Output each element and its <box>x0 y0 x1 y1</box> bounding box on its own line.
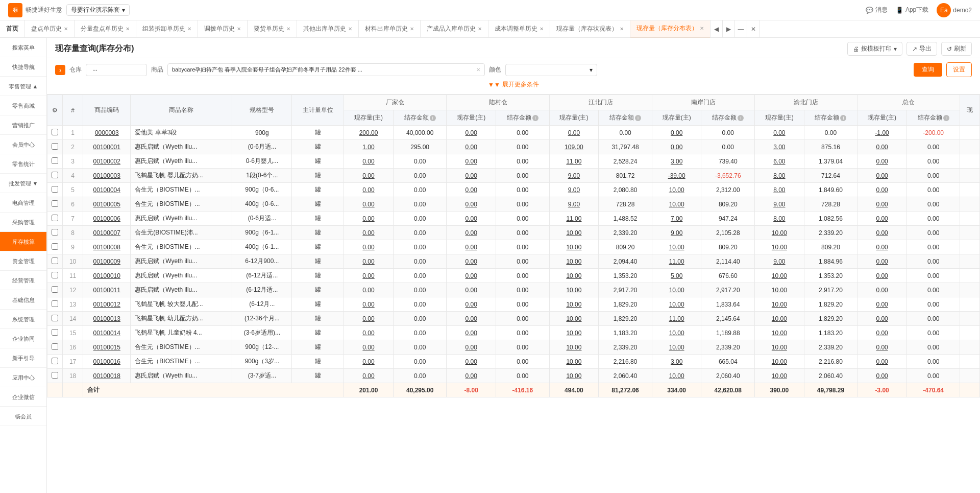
cell-cgc-qty[interactable]: 0.00 <box>344 269 394 283</box>
cell-cgc-qty[interactable]: 1.00 <box>344 140 394 154</box>
cell-code[interactable]: 00100013 <box>83 312 131 326</box>
cell-ybmd-qty[interactable]: 10.00 <box>755 326 804 340</box>
sidebar-item-retail-mgmt[interactable]: 零售管理 ▲ <box>0 77 46 96</box>
tab-branch-close[interactable]: ✕ <box>126 26 130 32</box>
row-checkbox[interactable] <box>52 358 58 364</box>
cell-cgc-qty[interactable]: 0.00 <box>344 326 394 340</box>
cell-namd-qty[interactable]: 5.00 <box>652 269 701 283</box>
cell-ybmd-qty[interactable]: 10.00 <box>755 297 804 312</box>
cell-lcc-qty[interactable]: 0.00 <box>447 369 496 383</box>
cell-namd-qty[interactable]: 3.00 <box>652 154 701 169</box>
cell-jbmd-qty[interactable]: 10.00 <box>549 283 599 297</box>
sidebar-item-purchase[interactable]: 采购管理 <box>0 213 46 232</box>
cell-namd-qty[interactable]: 7.00 <box>652 212 701 226</box>
row-checkbox[interactable] <box>52 257 58 264</box>
cell-ybmd-qty[interactable]: 8.00 <box>755 212 804 226</box>
cell-lcc-qty[interactable]: 0.00 <box>447 140 496 154</box>
cell-namd-qty[interactable]: 0.00 <box>652 140 701 154</box>
cell-cgc-qty[interactable]: 0.00 <box>344 154 394 169</box>
cell-jbmd-qty[interactable]: 109.00 <box>549 140 599 154</box>
tab-stock-dist[interactable]: 现存量（库存分布表） ✕ <box>630 20 710 38</box>
cell-lcc-qty[interactable]: 0.00 <box>447 269 496 283</box>
row-checkbox[interactable] <box>52 143 58 150</box>
refresh-btn[interactable]: ↺ 刷新 <box>941 42 972 56</box>
cell-ybmd-qty[interactable]: 10.00 <box>755 312 804 326</box>
cell-ybmd-qty[interactable]: 10.00 <box>755 240 804 254</box>
cell-lcc-qty[interactable]: 0.00 <box>447 240 496 254</box>
cell-ybmd-qty[interactable]: 0.00 <box>755 126 804 140</box>
cell-jbmd-qty[interactable]: 10.00 <box>549 326 599 340</box>
cell-ybmd-qty[interactable]: 10.00 <box>755 283 804 297</box>
tab-close-all-btn[interactable]: ✕ <box>747 20 760 38</box>
cell-cgc-qty[interactable]: 0.00 <box>344 226 394 240</box>
cell-namd-qty[interactable]: -39.00 <box>652 169 701 183</box>
cell-total-qty[interactable]: 0.00 <box>857 254 907 269</box>
cell-checkbox[interactable] <box>47 169 63 183</box>
cell-ybmd-qty[interactable]: 8.00 <box>755 169 804 183</box>
cell-code[interactable]: 00100010 <box>83 269 131 283</box>
cell-total-qty[interactable]: 0.00 <box>857 169 907 183</box>
sidebar-item-search-hero[interactable]: 搜索英单 <box>0 38 46 57</box>
cell-total-qty[interactable]: 0.00 <box>857 283 907 297</box>
cell-total-qty[interactable]: 0.00 <box>857 226 907 240</box>
cell-ybmd-qty[interactable]: 10.00 <box>755 340 804 355</box>
cell-namd-qty[interactable]: 10.00 <box>652 340 701 355</box>
cell-jbmd-qty[interactable]: 10.00 <box>549 297 599 312</box>
sidebar-item-retail-stats[interactable]: 零售统计 <box>0 154 46 174</box>
cell-lcc-qty[interactable]: 0.00 <box>447 283 496 297</box>
cell-jbmd-qty[interactable]: 10.00 <box>549 340 599 355</box>
cell-cgc-qty[interactable]: 0.00 <box>344 355 394 369</box>
cell-total-qty[interactable]: -1.00 <box>857 126 907 140</box>
sidebar-item-ecommerce[interactable]: 电商管理 <box>0 193 46 213</box>
cell-namd-qty[interactable]: 10.00 <box>652 369 701 383</box>
cell-code[interactable]: 00100011 <box>83 283 131 297</box>
cell-jbmd-qty[interactable]: 9.00 <box>549 183 599 197</box>
cell-checkbox[interactable] <box>47 240 63 254</box>
row-checkbox[interactable] <box>52 186 58 193</box>
sidebar-item-sys-mgmt[interactable]: 系统管理 <box>0 310 46 329</box>
cell-checkbox[interactable] <box>47 197 63 212</box>
color-select[interactable]: ▾ <box>505 64 597 76</box>
tab-assemble[interactable]: 组装拆卸单历史 ✕ <box>136 20 198 38</box>
cell-namd-qty[interactable]: 11.00 <box>652 312 701 326</box>
cell-code[interactable]: 00100012 <box>83 297 131 312</box>
tab-stock-dist-close[interactable]: ✕ <box>700 26 704 31</box>
cell-ybmd-qty[interactable]: 10.00 <box>755 355 804 369</box>
search-btn[interactable]: 查询 <box>914 63 942 77</box>
cell-jbmd-qty[interactable]: 9.00 <box>549 197 599 212</box>
cell-jbmd-qty[interactable]: 0.00 <box>549 126 599 140</box>
product-clear-icon[interactable]: ✕ <box>476 67 480 73</box>
row-checkbox[interactable] <box>52 343 58 350</box>
row-checkbox[interactable] <box>52 286 58 293</box>
cell-ybmd-qty[interactable]: 10.00 <box>755 226 804 240</box>
cell-jbmd-qty[interactable]: 10.00 <box>549 312 599 326</box>
cell-checkbox[interactable] <box>47 226 63 240</box>
cell-total-qty[interactable]: 0.00 <box>857 340 907 355</box>
cell-total-qty[interactable]: 0.00 <box>857 369 907 383</box>
cell-namd-qty[interactable]: 10.00 <box>652 240 701 254</box>
cell-cgc-qty[interactable]: 0.00 <box>344 212 394 226</box>
cell-code[interactable]: 00100002 <box>83 154 131 169</box>
export-btn[interactable]: ↗ 导出 <box>906 42 937 56</box>
cell-cgc-qty[interactable]: 0.00 <box>344 197 394 212</box>
cell-checkbox[interactable] <box>47 340 63 355</box>
cell-namd-qty[interactable]: 10.00 <box>652 183 701 197</box>
cell-lcc-qty[interactable]: 0.00 <box>447 355 496 369</box>
cell-cgc-qty[interactable]: 0.00 <box>344 183 394 197</box>
cell-lcc-qty[interactable]: 0.00 <box>447 183 496 197</box>
cell-checkbox[interactable] <box>47 254 63 269</box>
cell-jbmd-qty[interactable]: 10.00 <box>549 269 599 283</box>
row-checkbox[interactable] <box>52 129 58 135</box>
cell-ybmd-qty[interactable]: 6.00 <box>755 154 804 169</box>
namd-amt-info[interactable]: i <box>738 115 744 121</box>
row-checkbox[interactable] <box>52 229 58 236</box>
cell-checkbox[interactable] <box>47 126 63 140</box>
cell-namd-qty[interactable]: 3.00 <box>652 355 701 369</box>
cell-code[interactable]: 00100007 <box>83 226 131 240</box>
setting-btn[interactable]: 设置 <box>946 62 972 77</box>
sidebar-item-retail-mall[interactable]: 零售商城 <box>0 96 46 115</box>
total-amt-info[interactable]: i <box>943 115 949 121</box>
cell-code[interactable]: 00100016 <box>83 355 131 369</box>
cell-total-qty[interactable]: 0.00 <box>857 312 907 326</box>
cell-cgc-qty[interactable]: 0.00 <box>344 369 394 383</box>
